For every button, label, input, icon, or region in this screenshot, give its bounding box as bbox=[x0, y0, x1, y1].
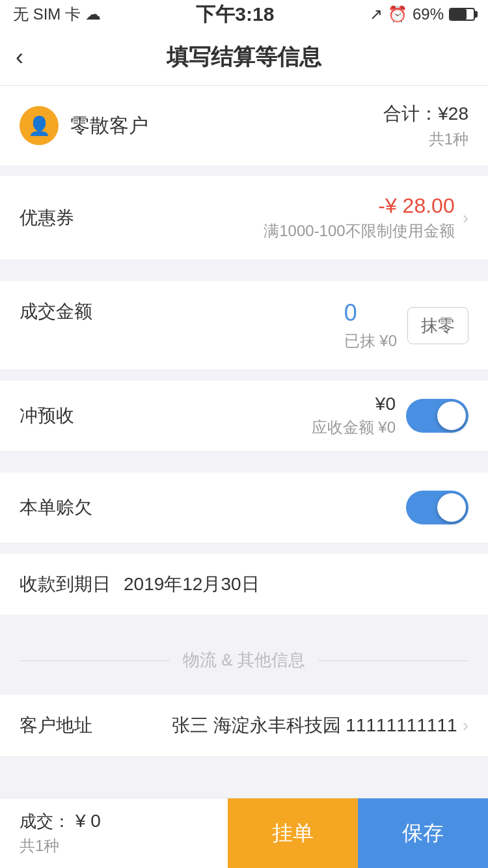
status-left: 无 SIM 卡 ☁ bbox=[13, 4, 101, 25]
bottom-count: 共1种 bbox=[20, 835, 208, 856]
debit-label: 本单赊欠 bbox=[20, 495, 92, 520]
status-bar: 无 SIM 卡 ☁ 下午3:18 ↗ ⏰ 69% bbox=[0, 0, 488, 29]
back-button[interactable]: ‹ bbox=[16, 44, 23, 71]
prepay-main-value: ¥0 bbox=[312, 394, 396, 414]
nav-bar: ‹ 填写结算等信息 bbox=[0, 29, 488, 86]
deal-amount-value-area: 0 已抹 ¥0 bbox=[344, 299, 397, 351]
bottom-bar: 成交： ¥ 0 共1种 挂单 保存 bbox=[0, 798, 488, 868]
content: 👤 零散客户 合计：¥28 共1种 优惠券 -¥ 28.00 满1000-100… bbox=[0, 86, 488, 845]
coupon-right: -¥ 28.00 满1000-100不限制使用金额 › bbox=[264, 194, 468, 241]
prepay-sub-value: 应收金额 ¥0 bbox=[312, 417, 396, 438]
hold-button[interactable]: 挂单 bbox=[228, 798, 358, 869]
alarm-icon: ⏰ bbox=[388, 5, 407, 23]
deal-amount-row: 成交金额 0 已抹 ¥0 抹零 bbox=[0, 281, 488, 370]
battery-icon bbox=[449, 8, 475, 21]
deal-amount-label: 成交金额 bbox=[20, 299, 92, 324]
bottom-deal-label: 成交： bbox=[20, 810, 70, 833]
address-right: 张三 海淀永丰科技园 11111111111 › bbox=[172, 713, 468, 738]
deal-amount-sub: 已抹 ¥0 bbox=[344, 331, 397, 351]
status-right: ↗ ⏰ 69% bbox=[370, 5, 475, 23]
address-label: 客户地址 bbox=[20, 713, 92, 738]
bottom-info: 成交： ¥ 0 共1种 bbox=[0, 810, 228, 856]
status-time: 下午3:18 bbox=[196, 1, 274, 28]
due-date-row: 收款到期日 2019年12月30日 bbox=[0, 554, 488, 615]
address-chevron-icon: › bbox=[463, 715, 468, 736]
customer-left: 👤 零散客户 bbox=[20, 106, 148, 145]
bottom-deal-amount: ¥ 0 bbox=[75, 811, 101, 832]
battery-percent: 69% bbox=[413, 5, 444, 23]
deal-amount-right: 0 已抹 ¥0 抹零 bbox=[344, 299, 468, 351]
address-row[interactable]: 客户地址 张三 海淀永丰科技园 11111111111 › bbox=[0, 695, 488, 757]
section-divider-3 bbox=[0, 625, 488, 636]
logistics-section-header: 物流 & 其他信息 bbox=[0, 636, 488, 685]
logistics-label: 物流 & 其他信息 bbox=[170, 650, 318, 670]
section-divider-1 bbox=[0, 271, 488, 281]
prepay-label: 冲预收 bbox=[20, 403, 74, 428]
customer-name: 零散客户 bbox=[70, 113, 148, 139]
person-icon: 👤 bbox=[28, 115, 51, 137]
coupon-value: -¥ 28.00 bbox=[264, 194, 454, 218]
due-date-label: 收款到期日 bbox=[20, 572, 111, 597]
due-date-value[interactable]: 2019年12月30日 bbox=[124, 572, 260, 597]
prepay-toggle[interactable] bbox=[406, 399, 468, 433]
coupon-value-area: -¥ 28.00 满1000-100不限制使用金额 bbox=[264, 194, 454, 241]
debit-toggle-knob bbox=[437, 493, 466, 522]
prepay-right: ¥0 应收金额 ¥0 bbox=[312, 394, 468, 438]
save-button[interactable]: 保存 bbox=[358, 798, 488, 869]
coupon-label: 优惠券 bbox=[20, 206, 74, 230]
round-zero-button[interactable]: 抹零 bbox=[407, 307, 468, 344]
customer-right: 合计：¥28 共1种 bbox=[383, 102, 468, 150]
section-divider-4 bbox=[0, 685, 488, 695]
section-divider-2 bbox=[0, 462, 488, 472]
bottom-deal-line: 成交： ¥ 0 bbox=[20, 810, 208, 833]
coupon-sub: 满1000-100不限制使用金额 bbox=[264, 221, 454, 241]
address-value: 张三 海淀永丰科技园 11111111111 bbox=[172, 713, 457, 738]
customer-row: 👤 零散客户 合计：¥28 共1种 bbox=[0, 86, 488, 165]
location-icon: ↗ bbox=[370, 5, 383, 23]
prepay-row: 冲预收 ¥0 应收金额 ¥0 bbox=[0, 381, 488, 452]
total-count: 共1种 bbox=[383, 129, 468, 150]
debit-toggle[interactable] bbox=[406, 491, 468, 524]
coupon-row[interactable]: 优惠券 -¥ 28.00 满1000-100不限制使用金额 › bbox=[0, 176, 488, 260]
chevron-right-icon: › bbox=[463, 208, 468, 228]
deal-amount-left: 成交金额 bbox=[20, 299, 92, 324]
deal-amount-value: 0 bbox=[344, 299, 397, 327]
page-title: 填写结算等信息 bbox=[167, 42, 321, 72]
prepay-values: ¥0 应收金额 ¥0 bbox=[312, 394, 396, 438]
avatar: 👤 bbox=[20, 106, 59, 145]
sim-status: 无 SIM 卡 ☁ bbox=[13, 4, 101, 25]
toggle-knob bbox=[437, 401, 466, 430]
total-amount: 合计：¥28 bbox=[383, 102, 468, 126]
debit-row: 本单赊欠 bbox=[0, 472, 488, 543]
